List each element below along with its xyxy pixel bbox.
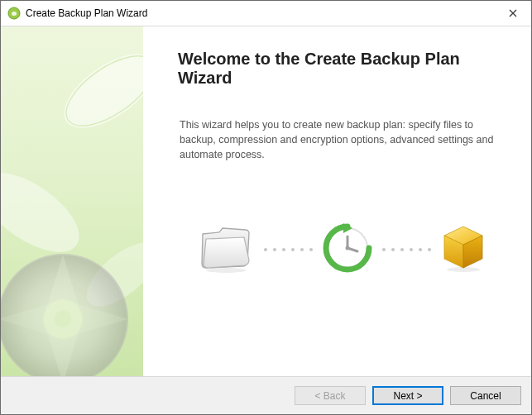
client-area: Welcome to the Create Backup Plan Wizard… — [1, 26, 531, 414]
cancel-button[interactable]: Cancel — [450, 386, 521, 405]
close-button[interactable] — [494, 1, 531, 26]
package-cube-icon — [439, 223, 487, 276]
dots-connector — [264, 248, 313, 251]
svg-point-1 — [52, 40, 143, 142]
back-button: < Back — [295, 386, 366, 405]
dots-connector — [382, 248, 431, 251]
titlebar: Create Backup Plan Wizard — [1, 1, 531, 26]
svg-point-18 — [447, 267, 480, 272]
footer: < Back Next > Cancel — [1, 376, 531, 414]
svg-point-9 — [206, 268, 246, 273]
svg-point-14 — [345, 246, 349, 250]
window-title: Create Backup Plan Wizard — [26, 7, 494, 19]
body-area: Welcome to the Create Backup Plan Wizard… — [1, 26, 531, 376]
workflow-graphic — [178, 222, 506, 278]
disc-icon — [1, 249, 133, 376]
history-clock-icon — [321, 222, 374, 278]
folder-icon — [198, 222, 256, 277]
wizard-window: Create Backup Plan Wizard — [0, 0, 532, 415]
page-title: Welcome to the Create Backup Plan Wizard — [178, 50, 506, 88]
sidebar-banner — [1, 26, 143, 376]
app-icon — [7, 7, 21, 20]
page-description: This wizard helps you to create new back… — [180, 117, 494, 162]
content-panel: Welcome to the Create Backup Plan Wizard… — [143, 26, 531, 376]
next-button[interactable]: Next > — [372, 386, 443, 405]
